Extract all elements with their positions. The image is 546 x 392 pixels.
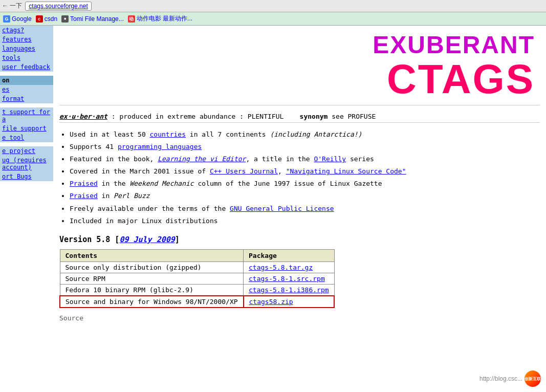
table-header-row: Contents Package: [60, 249, 334, 262]
sidebar-gap-1: [0, 72, 53, 76]
table-row: Source only distribution (gzipped) ctags…: [60, 262, 334, 273]
row3-contents: Fedora 10 binary RPM (glibc-2.9): [60, 284, 244, 296]
hero-section: EXUBERANT CTAGS: [59, 26, 540, 105]
feature-item-1: Used in at least 50 countries in all 7 c…: [70, 129, 540, 140]
row3-package: ctags-5.8-1.i386.rpm: [244, 284, 335, 296]
def-word: ex·u·ber·ant: [59, 113, 107, 120]
bookmark-tomi[interactable]: ■ Tomi File Manage...: [61, 15, 124, 23]
google-icon: G: [3, 15, 10, 23]
row4-package-link[interactable]: ctags58.zip: [249, 298, 293, 306]
row2-package-link[interactable]: ctags-5.8-1.src.rpm: [249, 275, 325, 282]
def-text: : produced in extreme abundance : PLENTI…: [112, 113, 284, 120]
sidebar-item-support3[interactable]: e tool: [0, 133, 53, 142]
sidebar-gap-2: [0, 103, 53, 107]
version-header: Version 5.8 [09 July 2009]: [59, 235, 540, 244]
back-button[interactable]: ← 一下: [2, 2, 22, 10]
definition-line: ex·u·ber·ant : produced in extreme abund…: [59, 111, 540, 123]
praised-link-2[interactable]: Praised: [70, 192, 98, 200]
navigating-link[interactable]: "Navigating Linux Source Code": [286, 167, 406, 175]
bookmark-csdn-label: csdn: [45, 15, 57, 23]
sidebar-download-section: on es format: [0, 76, 53, 103]
row3-package-link[interactable]: ctags-5.8-1.i386.rpm: [249, 286, 329, 294]
csdn-icon: c: [36, 15, 43, 23]
bookmark-csdn[interactable]: c csdn: [36, 15, 57, 23]
main-content: EXUBERANT CTAGS ex·u·ber·ant : produced …: [53, 26, 546, 392]
tomi-icon: ■: [61, 15, 69, 23]
version-label: Version 5.8 [: [59, 235, 119, 244]
page-container: ctags? features languages tools user fee…: [0, 26, 546, 392]
bookmark-tomi-label: Tomi File Manage...: [70, 15, 124, 23]
sidebar-item-format[interactable]: format: [0, 94, 53, 103]
feature-item-4: Covered in the March 2001 issue of C++ U…: [70, 166, 540, 177]
watermark-logo: 创新互联: [525, 371, 541, 387]
sidebar-item-project1[interactable]: e project: [0, 146, 53, 156]
def-synonym-label: synonym: [300, 113, 328, 120]
version-date[interactable]: 09 July 2009: [119, 235, 174, 244]
hero-ctags: CTAGS: [59, 59, 535, 100]
countries-link[interactable]: countries: [150, 130, 186, 138]
sidebar-nav-section: ctags? features languages tools user fee…: [0, 26, 53, 72]
watermark-url: http://blog.csc...: [479, 375, 522, 382]
sidebar-item-es[interactable]: es: [0, 85, 53, 94]
version-close: ]: [175, 235, 180, 244]
bookmark-google-label: Google: [12, 15, 32, 23]
features-list: Used in at least 50 countries in all 7 c…: [70, 129, 540, 227]
download-table: Contents Package Source only distributio…: [59, 249, 335, 308]
feature-item-3: Featured in the book, Learning the vi Ed…: [70, 154, 540, 165]
sidebar-item-project3[interactable]: ort Bugs: [0, 172, 53, 181]
sidebar: ctags? features languages tools user fee…: [0, 26, 53, 392]
feature-item-6: Praised in Perl Buzz: [70, 190, 540, 202]
feature-item-7: Freely available under the terms of the …: [70, 203, 540, 214]
def-synonym-value: see PROFUSE: [332, 113, 376, 120]
feature-item-8: Included in major Linux distributions: [70, 215, 540, 227]
watermark: http://blog.csc... 创新互联: [479, 371, 541, 387]
sidebar-project-section: e project ug (requires account) ort Bugs: [0, 146, 53, 181]
row1-contents: Source only distribution (gzipped): [60, 262, 244, 273]
bookmark-movie-label: 动作电影 最新动作...: [137, 14, 192, 23]
row1-package-link[interactable]: ctags-5.8.tar.gz: [249, 264, 313, 271]
sidebar-item-feedback[interactable]: user feedback: [0, 62, 53, 72]
col-package: Package: [244, 249, 335, 262]
movie-icon: 动: [128, 15, 135, 23]
table-row: Fedora 10 binary RPM (glibc-2.9) ctags-5…: [60, 284, 334, 296]
source-label: Source: [59, 314, 540, 322]
programming-languages-link[interactable]: programming languages: [118, 143, 202, 150]
sidebar-item-project2[interactable]: ug (requires account): [0, 156, 53, 172]
table-row-highlighted: Source and binary for Windows 98/NT/2000…: [60, 296, 334, 308]
hero-exuberant: EXUBERANT: [59, 31, 535, 59]
table-row: Source RPM ctags-5.8-1.src.rpm: [60, 273, 334, 284]
row2-contents: Source RPM: [60, 273, 244, 284]
feature-item-2: Supports 41 programming languages: [70, 141, 540, 153]
row1-package: ctags-5.8.tar.gz: [244, 262, 335, 273]
sidebar-item-support2[interactable]: file support: [0, 124, 53, 133]
sidebar-download-header[interactable]: on: [0, 76, 53, 85]
sidebar-item-ctags[interactable]: ctags?: [0, 26, 53, 35]
sidebar-item-tools[interactable]: tools: [0, 53, 53, 62]
sidebar-item-features[interactable]: features: [0, 35, 53, 44]
sidebar-gap-3: [0, 142, 53, 146]
bookmarks-bar: G Google c csdn ■ Tomi File Manage... 动 …: [0, 12, 546, 26]
sidebar-item-languages[interactable]: languages: [0, 44, 53, 53]
cpp-journal-link[interactable]: C++ Users Journal: [210, 167, 278, 175]
browser-bar: ← 一下 ctags.sourceforge.net: [0, 0, 546, 12]
vi-editor-link[interactable]: Learning the vi Editor: [158, 155, 246, 163]
gpl-link[interactable]: GNU General Public License: [230, 205, 334, 212]
address-bar[interactable]: ctags.sourceforge.net: [25, 2, 91, 11]
bookmark-google[interactable]: G Google: [3, 15, 32, 23]
sidebar-item-support1[interactable]: t support for a: [0, 107, 53, 124]
col-contents: Contents: [60, 249, 244, 262]
sidebar-support-section: t support for a file support e tool: [0, 107, 53, 142]
row4-package: ctags58.zip: [244, 296, 335, 308]
row4-contents: Source and binary for Windows 98/NT/2000…: [60, 296, 244, 308]
row2-package: ctags-5.8-1.src.rpm: [244, 273, 335, 284]
praised-link-1[interactable]: Praised: [70, 180, 98, 187]
oreilly-link[interactable]: O'Reilly: [314, 155, 346, 163]
feature-item-5: Praised in the Weekend Mechanic column o…: [70, 178, 540, 189]
bookmark-movie[interactable]: 动 动作电影 最新动作...: [128, 14, 192, 23]
